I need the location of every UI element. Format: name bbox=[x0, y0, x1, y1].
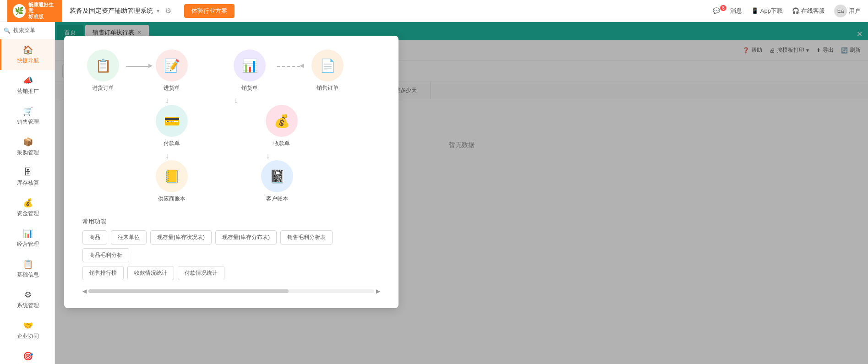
flow-node-purchase-bill[interactable]: 📝 进货单 bbox=[151, 49, 192, 92]
user-name: 用户 bbox=[849, 7, 861, 15]
sidebar-label-purchase: 采购管理 bbox=[17, 149, 39, 157]
finance-icon: 💰 bbox=[23, 198, 33, 208]
purchase-order-icon: 📋 bbox=[95, 58, 111, 73]
app-download-button[interactable]: 📱 App下载 bbox=[751, 7, 783, 15]
scroll-right-icon[interactable]: ▶ bbox=[376, 288, 380, 294]
inventory-icon: 🗄 bbox=[24, 168, 32, 177]
purchase-order-label: 进货订单 bbox=[92, 84, 114, 92]
v2-spacer-1 bbox=[82, 151, 151, 160]
cf-btn-receipt-stats[interactable]: 收款情况统计 bbox=[127, 266, 174, 280]
sidebar-item-finance[interactable]: 💰 资金管理 bbox=[0, 192, 55, 223]
cf-btn-sales-rank[interactable]: 销售排行榜 bbox=[82, 266, 124, 280]
customer-label: 客户账本 bbox=[266, 195, 288, 203]
sales-order-label: 销售订单 bbox=[317, 84, 338, 92]
flow-node-sales-order[interactable]: 📄 销售订单 bbox=[307, 49, 348, 92]
message-icon: 💬 bbox=[713, 7, 720, 14]
receipt-circle: 💰 bbox=[266, 105, 298, 137]
scroll-thumb bbox=[88, 289, 289, 293]
flow-node-sales-bill[interactable]: 📊 销货单 bbox=[229, 49, 270, 92]
sidebar-label-sales: 销售管理 bbox=[17, 118, 39, 126]
logo-icon: 🌿 bbox=[13, 4, 26, 18]
arrow-down-receipt: ↓ bbox=[252, 151, 284, 160]
message-badge: 6 bbox=[720, 5, 726, 11]
sidebar-item-system[interactable]: ⚙ 系统管理 bbox=[0, 284, 55, 315]
receipt-icon: 💰 bbox=[274, 114, 290, 129]
gear-icon[interactable]: ⚙ bbox=[165, 6, 171, 15]
payment-circle: 💳 bbox=[156, 105, 188, 137]
common-functions: 常用功能 商品 往来单位 现存量(库存状况表) 现存量(库存分布表) 销售毛利分… bbox=[82, 217, 380, 280]
cf-buttons: 商品 往来单位 现存量(库存状况表) 现存量(库存分布表) 销售毛利分析表 商品… bbox=[82, 230, 380, 262]
v-spacer-2 bbox=[124, 96, 151, 105]
search-icon: 🔍 bbox=[4, 27, 11, 34]
sidebar-item-sales[interactable]: 🛒 销售管理 bbox=[0, 101, 55, 131]
flow-node-receipt[interactable]: 💰 收款单 bbox=[261, 105, 302, 147]
supplier-circle: 📒 bbox=[156, 160, 188, 192]
logo-text: 畅康通好生意 标准版 bbox=[28, 2, 57, 20]
system-dropdown-arrow[interactable]: ▾ bbox=[157, 8, 159, 14]
home-icon: 🏠 bbox=[23, 45, 33, 55]
marketing-icon: 📣 bbox=[23, 76, 33, 86]
system-title-area: 装备及固定资产辅助管理系统 ▾ ⚙ bbox=[62, 6, 179, 15]
cf-btn-goods[interactable]: 商品 bbox=[82, 230, 107, 244]
customer-icon: 📓 bbox=[269, 169, 285, 184]
flow-node-payment[interactable]: 💳 付款单 bbox=[151, 105, 192, 147]
sidebar: 🔍 搜索菜单 🏠 快捷导航 📣 营销推广 🛒 销售管理 📦 采购管理 🗄 库存核… bbox=[0, 22, 55, 364]
flow-node-purchase-order[interactable]: 📋 进货订单 bbox=[82, 49, 124, 92]
flow-node-supplier[interactable]: 📒 供应商账本 bbox=[151, 160, 192, 203]
arrow-down-pb: ↓ bbox=[151, 96, 183, 105]
cf-btn-payment-stats[interactable]: 付款情况统计 bbox=[178, 266, 224, 280]
vertical-arrows-row2: ↓ ↓ bbox=[82, 151, 380, 160]
user-area[interactable]: Ea 用户 bbox=[834, 5, 861, 17]
cf-btn-sales-margin[interactable]: 销售毛利分析表 bbox=[280, 230, 333, 244]
header-right: 💬 6 消息 📱 App下载 🎧 在线客服 Ea 用户 bbox=[713, 5, 861, 17]
supplier-label: 供应商账本 bbox=[158, 195, 186, 203]
system-icon: ⚙ bbox=[24, 290, 32, 300]
online-service-button[interactable]: 🎧 在线客服 bbox=[792, 7, 825, 15]
sales-bill-label: 销货单 bbox=[241, 84, 258, 92]
app-download-icon: 📱 bbox=[751, 7, 759, 14]
sidebar-item-quick-guide[interactable]: 🏠 快捷导航 bbox=[0, 39, 55, 70]
flow-row-3: 📒 供应商账本 📓 客户账本 bbox=[82, 160, 380, 203]
sidebar-label-finance: 资金管理 bbox=[17, 210, 39, 217]
sidebar-item-inventory[interactable]: 🗄 库存核算 bbox=[0, 162, 55, 192]
purchase-bill-icon: 📝 bbox=[164, 58, 180, 73]
service-icon: 🎧 bbox=[792, 7, 799, 14]
cf-buttons-row2: 销售排行榜 收款情况统计 付款情况统计 bbox=[82, 266, 380, 280]
sidebar-item-enterprise[interactable]: 🤝 企业协同 bbox=[0, 315, 55, 346]
arrow-sb-to-so bbox=[270, 66, 307, 76]
scroll-left-icon[interactable]: ◀ bbox=[82, 288, 87, 294]
sidebar-label-operations: 经营管理 bbox=[17, 240, 39, 248]
cf-btn-stock-dist[interactable]: 现存量(库存分布表) bbox=[215, 230, 277, 244]
logo-text-line2: 标准版 bbox=[28, 14, 57, 20]
avatar: Ea bbox=[834, 5, 847, 17]
payment-label: 付款单 bbox=[164, 140, 180, 147]
trial-button[interactable]: 体验行业方案 bbox=[184, 4, 235, 18]
sales-icon: 🛒 bbox=[23, 106, 33, 116]
sidebar-item-newguide[interactable]: 🎯 新手引导 bbox=[0, 346, 55, 364]
sidebar-item-marketing[interactable]: 📣 营销推广 bbox=[0, 70, 55, 101]
sidebar-item-basic[interactable]: 📋 基础信息 bbox=[0, 254, 55, 284]
arrow-po-to-pb bbox=[124, 66, 151, 76]
popup-card: 📋 进货订单 📝 进货单 bbox=[64, 36, 399, 308]
message-label: 消息 bbox=[730, 7, 742, 15]
cf-btn-goods-margin[interactable]: 商品毛利分析 bbox=[82, 248, 129, 262]
top-header: 🌿 畅康通好生意 标准版 装备及固定资产辅助管理系统 ▾ ⚙ 体验行业方案 💬 … bbox=[0, 0, 868, 22]
sidebar-label-basic: 基础信息 bbox=[17, 271, 39, 279]
sidebar-item-operations[interactable]: 📊 经营管理 bbox=[0, 223, 55, 254]
cf-btn-stock-status[interactable]: 现存量(库存状况表) bbox=[150, 230, 212, 244]
search-menu-item[interactable]: 🔍 搜索菜单 bbox=[0, 22, 55, 39]
flow-node-customer[interactable]: 📓 客户账本 bbox=[257, 160, 298, 203]
sidebar-label-quick: 快捷导航 bbox=[17, 57, 39, 65]
scroll-track[interactable] bbox=[88, 289, 374, 293]
sidebar-item-purchase[interactable]: 📦 采购管理 bbox=[0, 131, 55, 162]
popup-overlay[interactable]: 📋 进货订单 📝 进货单 bbox=[55, 22, 868, 364]
cf-title: 常用功能 bbox=[82, 217, 380, 226]
logo-area: 🌿 畅康通好生意 标准版 bbox=[7, 0, 62, 22]
customer-circle: 📓 bbox=[261, 160, 293, 192]
main-layout: 🔍 搜索菜单 🏠 快捷导航 📣 营销推广 🛒 销售管理 📦 采购管理 🗄 库存核… bbox=[0, 22, 868, 364]
message-button[interactable]: 💬 6 消息 bbox=[713, 7, 742, 15]
v-spacer-3 bbox=[183, 96, 220, 105]
content-area: 首页 销售订单执行表 ✕ ✕ ❓ 帮助 🖨 按模板打印 ▾ ⬆ 导 bbox=[55, 22, 868, 364]
cf-btn-partners[interactable]: 往来单位 bbox=[111, 230, 147, 244]
flow-row-2: 💳 付款单 💰 收款单 bbox=[82, 105, 380, 147]
